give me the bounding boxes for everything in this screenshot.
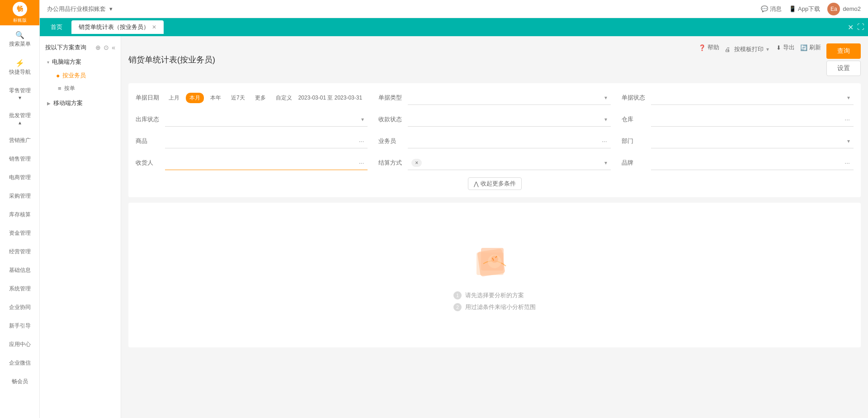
sidebar-item-search[interactable]: 🔍 搜索菜单 [0,25,39,53]
close-window-icon[interactable]: ✕ [848,23,854,32]
app-download-button[interactable]: 📱 App下载 [789,5,820,13]
sidebar-item-purchase[interactable]: 采购管理 [0,187,39,205]
doc-type-control[interactable]: ▾ [408,90,610,105]
filter-receiver: 收货人 ··· [136,156,368,170]
receiver-control[interactable]: ··· [165,156,368,170]
setting-button[interactable]: 设置 [826,61,861,76]
tab-sales-report[interactable]: 销货单统计表（按业务员） ✕ [71,20,164,34]
logo-icon: 畅 [13,2,27,16]
sidebar-item-label: 批发管理 [2,112,38,119]
date-option-7days[interactable]: 近7天 [227,93,249,103]
salesperson-control[interactable]: ··· [408,134,610,148]
help-icon: ❓ [698,44,706,51]
tree-mobile-group[interactable]: ▶ 移动端方案 [40,96,121,110]
page-actions: ❓ 帮助 🖨 按模板打印 ▾ ⬇ 导出 🔄 刷新 [698,43,861,76]
tree-mobile-label: 移动端方案 [53,99,83,107]
date-option-this-month[interactable]: 本月 [186,93,204,103]
sidebar-item-ecom[interactable]: 电商管理 [0,168,39,187]
sidebar-item-system[interactable]: 系统管理 [0,280,39,298]
breadcrumb-text: 办公用品行业模拟账套 [47,5,106,13]
help-button[interactable]: ❓ 帮助 [698,43,719,52]
filter-row-1: 单据日期 上月 本月 本年 近7天 更多 自定义 2023-03-01 至 20… [136,90,854,105]
query-button[interactable]: 查询 [826,43,861,59]
sidebar-item-corp[interactable]: 企业协同 [0,298,39,317]
print-arrow-icon[interactable]: ▾ [765,44,771,54]
tree-desktop-group[interactable]: ▾ 电脑端方案 [40,55,121,69]
warehouse-more-icon: ··· [844,116,850,123]
out-status-label: 出库状态 [136,115,165,124]
export-button[interactable]: ⬇ 导出 [776,43,795,52]
date-option-custom[interactable]: 自定义 [272,93,296,103]
sidebar-item-sales[interactable]: 销售管理 [0,150,39,168]
settings-scheme-icon[interactable]: ⊙ [104,44,109,51]
print-button[interactable]: 🖨 按模板打印 ▾ [725,43,771,55]
sidebar-item-wholesale[interactable]: 批发管理 ▴ [0,106,39,131]
sidebar-item-label: 应用中心 [2,341,38,348]
salesperson-filter-label: 业务员 [378,137,408,145]
export-label: 导出 [783,43,795,52]
filter-payment: 结算方式 × ▾ [378,156,610,170]
payment-control[interactable]: × ▾ [408,156,610,170]
step-1-text: 请先选择要分析的方案 [465,291,524,299]
brand-label: 品牌 [622,159,651,167]
sidebar-item-apps[interactable]: 应用中心 [0,335,39,354]
left-panel: 按以下方案查询 ⊕ ⊙ « ▾ 电脑端方案 ● 按业务员 ≡ 按单 [40,36,121,418]
quick-icon: ⚡ [2,59,38,67]
logo-text: 标账版 [13,17,27,24]
sidebar-item-finance[interactable]: 资金管理 [0,224,39,242]
breadcrumb-arrow-icon[interactable]: ▾ [109,5,113,12]
salesperson-scheme-icon: ● [56,72,60,79]
sidebar-item-label: 库存核算 [2,211,38,218]
tab-close-icon[interactable]: ✕ [152,24,156,30]
right-content: 销货单统计表(按业务员) ❓ 帮助 🖨 按模板打印 ▾ ⬇ 导出 [121,36,868,418]
empty-svg [467,239,522,284]
tree-item-salesperson[interactable]: ● 按业务员 [52,69,121,82]
add-scheme-icon[interactable]: ⊕ [95,44,101,51]
department-dropdown-icon: ▾ [847,138,850,144]
sidebar-item-newbie[interactable]: 新手引导 [0,317,39,335]
date-option-more[interactable]: 更多 [251,93,269,103]
user-menu[interactable]: Ea demo2 [827,3,861,15]
step-2-text: 用过滤条件来缩小分析范围 [465,303,536,311]
per-doc-label: 按单 [64,85,75,92]
expand-arrow-icon: ▾ [47,60,49,65]
filter-area: 单据日期 上月 本月 本年 近7天 更多 自定义 2023-03-01 至 20… [128,83,861,197]
page-title-row: 销货单统计表(按业务员) ❓ 帮助 🖨 按模板打印 ▾ ⬇ 导出 [128,43,861,76]
message-button[interactable]: 💬 消息 [761,5,782,13]
sidebar-item-label: 基础信息 [2,266,38,274]
empty-illustration [467,239,522,284]
product-label: 商品 [136,137,165,145]
date-option-this-year[interactable]: 本年 [207,93,225,103]
sidebar-item-basic[interactable]: 基础信息 [0,261,39,280]
avatar-initials: Ea [830,6,837,12]
product-control[interactable]: ··· [165,134,368,148]
department-control[interactable]: ▾ [651,134,854,148]
maximize-icon[interactable]: ⛶ [857,23,864,32]
svg-point-4 [491,256,498,263]
tab-home[interactable]: 首页 [43,20,70,34]
sidebar-item-label: 营销推广 [2,137,38,144]
receipt-status-control[interactable]: ▾ [408,112,610,127]
expand-icon: ▾ [2,95,38,101]
payment-tag-close-icon[interactable]: × [415,160,418,166]
sidebar-item-member[interactable]: 畅会员 [0,372,39,391]
sidebar-item-label: 企业协同 [2,304,38,311]
receiver-label: 收货人 [136,159,165,167]
sidebar-item-quick[interactable]: ⚡ 快捷导航 [0,53,39,81]
sub-item-per-doc[interactable]: ≡ 按单 [40,82,121,95]
sidebar-item-marketing[interactable]: 营销推广 [0,131,39,150]
sidebar-item-retail[interactable]: 零售管理 ▾ [0,81,39,106]
filter-out-status: 出库状态 ▾ [136,112,368,127]
sidebar-item-inventory[interactable]: 库存核算 [0,205,39,224]
sidebar-item-biz[interactable]: 经营管理 [0,242,39,261]
warehouse-control[interactable]: ··· [651,112,854,127]
collapse-panel-icon[interactable]: « [112,44,115,51]
collapse-button[interactable]: ⋀ 收起更多条件 [468,177,522,190]
out-status-control[interactable]: ▾ [165,112,368,127]
doc-status-control[interactable]: ▾ [651,90,854,105]
refresh-button[interactable]: 🔄 刷新 [800,43,821,52]
brand-control[interactable]: ··· [651,156,854,170]
date-option-last-month[interactable]: 上月 [165,93,183,103]
sidebar-item-wechat[interactable]: 企业微信 [0,354,39,372]
left-panel-icons: ⊕ ⊙ « [95,44,115,51]
